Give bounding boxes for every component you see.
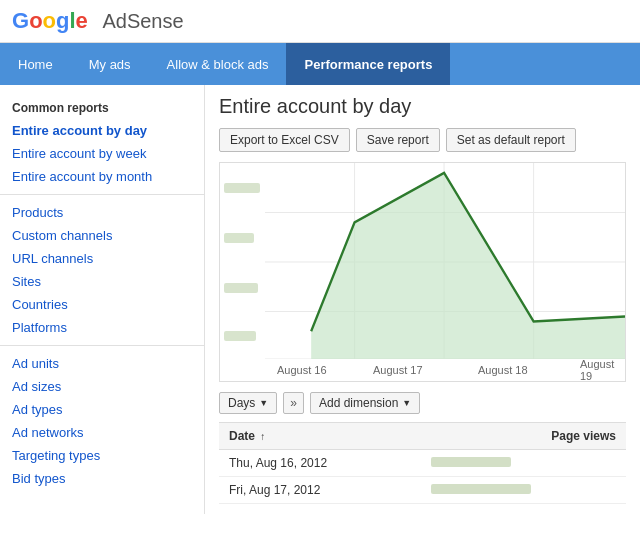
redacted-bar-1 bbox=[431, 457, 511, 467]
add-dimension-label: Add dimension bbox=[319, 396, 398, 410]
y-label-1 bbox=[224, 183, 260, 193]
sidebar-divider-1 bbox=[0, 194, 204, 195]
cell-pageviews-2 bbox=[421, 477, 626, 504]
x-label-aug19: August 19 bbox=[580, 358, 625, 382]
col-page-views[interactable]: Page views bbox=[421, 423, 626, 450]
main-content: Entire account by day Export to Excel CS… bbox=[205, 85, 640, 514]
sidebar-item-products[interactable]: Products bbox=[0, 201, 204, 224]
sidebar-item-targeting-types[interactable]: Targeting types bbox=[0, 444, 204, 467]
add-dimension-selector[interactable]: Add dimension ▼ bbox=[310, 392, 420, 414]
dimension-nav[interactable]: » bbox=[283, 392, 304, 414]
table-row: Fri, Aug 17, 2012 bbox=[219, 477, 626, 504]
days-label: Days bbox=[228, 396, 255, 410]
sidebar-item-ad-types[interactable]: Ad types bbox=[0, 398, 204, 421]
app-header: Google AdSense bbox=[0, 0, 640, 43]
save-report-button[interactable]: Save report bbox=[356, 128, 440, 152]
nav-home[interactable]: Home bbox=[0, 43, 71, 85]
x-label-aug18: August 18 bbox=[478, 364, 528, 376]
sidebar-item-entire-account-by-week[interactable]: Entire account by week bbox=[0, 142, 204, 165]
chart-svg bbox=[265, 163, 625, 359]
sidebar-item-sites[interactable]: Sites bbox=[0, 270, 204, 293]
sidebar-item-platforms[interactable]: Platforms bbox=[0, 316, 204, 339]
data-table: Date ↑ Page views Thu, Aug 16, 2012 Fr bbox=[219, 422, 626, 504]
redacted-bar-2 bbox=[431, 484, 531, 494]
nav-my-ads[interactable]: My ads bbox=[71, 43, 149, 85]
sidebar-item-countries[interactable]: Countries bbox=[0, 293, 204, 316]
y-label-4 bbox=[224, 331, 256, 341]
cell-date-1: Thu, Aug 16, 2012 bbox=[219, 450, 421, 477]
google-logo: Google bbox=[12, 8, 94, 33]
days-selector[interactable]: Days ▼ bbox=[219, 392, 277, 414]
table-row: Thu, Aug 16, 2012 bbox=[219, 450, 626, 477]
sidebar-item-bid-types[interactable]: Bid types bbox=[0, 467, 204, 490]
sidebar-item-ad-sizes[interactable]: Ad sizes bbox=[0, 375, 204, 398]
sidebar-item-entire-account-by-month[interactable]: Entire account by month bbox=[0, 165, 204, 188]
nav-performance-reports[interactable]: Performance reports bbox=[286, 43, 450, 85]
adsense-logo: AdSense bbox=[98, 10, 184, 32]
content-area: Common reports Entire account by day Ent… bbox=[0, 85, 640, 514]
toolbar: Export to Excel CSV Save report Set as d… bbox=[219, 128, 626, 152]
main-nav: Home My ads Allow & block ads Performanc… bbox=[0, 43, 640, 85]
page-title: Entire account by day bbox=[219, 95, 626, 118]
logo: Google AdSense bbox=[12, 8, 184, 34]
chart-area: August 16 August 17 August 18 August 19 bbox=[219, 162, 626, 382]
sidebar-item-ad-networks[interactable]: Ad networks bbox=[0, 421, 204, 444]
days-dropdown-arrow: ▼ bbox=[259, 398, 268, 408]
x-label-aug17: August 17 bbox=[373, 364, 423, 376]
sidebar-item-entire-account-by-day[interactable]: Entire account by day bbox=[0, 119, 204, 142]
export-csv-button[interactable]: Export to Excel CSV bbox=[219, 128, 350, 152]
chart-fill bbox=[311, 173, 625, 359]
set-default-button[interactable]: Set as default report bbox=[446, 128, 576, 152]
cell-pageviews-1 bbox=[421, 450, 626, 477]
sidebar: Common reports Entire account by day Ent… bbox=[0, 85, 205, 514]
sidebar-section-common-reports: Common reports bbox=[0, 95, 204, 119]
x-label-aug16: August 16 bbox=[277, 364, 327, 376]
y-label-2 bbox=[224, 233, 254, 243]
sidebar-item-custom-channels[interactable]: Custom channels bbox=[0, 224, 204, 247]
table-header-row: Date ↑ Page views bbox=[219, 423, 626, 450]
sort-arrow-date: ↑ bbox=[260, 431, 265, 442]
y-label-3 bbox=[224, 283, 258, 293]
x-axis: August 16 August 17 August 18 August 19 bbox=[265, 359, 625, 381]
cell-date-2: Fri, Aug 17, 2012 bbox=[219, 477, 421, 504]
sidebar-item-ad-units[interactable]: Ad units bbox=[0, 352, 204, 375]
dimension-bar: Days ▼ » Add dimension ▼ bbox=[219, 392, 626, 414]
col-date[interactable]: Date ↑ bbox=[219, 423, 421, 450]
nav-allow-block[interactable]: Allow & block ads bbox=[149, 43, 287, 85]
sidebar-item-url-channels[interactable]: URL channels bbox=[0, 247, 204, 270]
add-dimension-arrow: ▼ bbox=[402, 398, 411, 408]
sidebar-divider-2 bbox=[0, 345, 204, 346]
